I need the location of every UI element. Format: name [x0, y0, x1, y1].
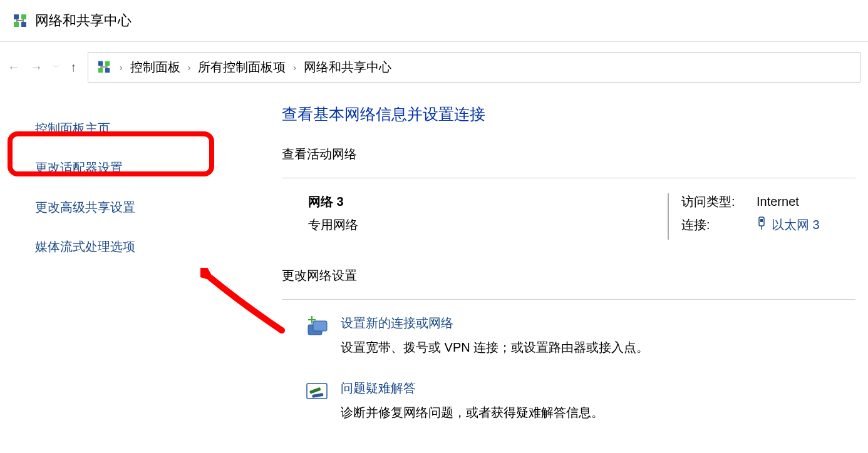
svg-rect-13 [101, 66, 108, 68]
access-type-value: Internet [757, 195, 799, 209]
troubleshoot-desc: 诊断并修复网络问题，或者获得疑难解答信息。 [341, 404, 604, 421]
change-settings-section: 更改网络设置 设置新的连接或网络 设置宽带、拨号或 VPN 连接；或设置路由器或… [282, 267, 855, 421]
svg-rect-6 [16, 20, 24, 21]
breadcrumb[interactable]: › 控制面板 › 所有控制面板项 › 网络和共享中心 [88, 52, 860, 83]
network-center-icon [13, 13, 28, 28]
divider [282, 299, 855, 300]
back-button[interactable]: ← [8, 60, 20, 74]
forward-button[interactable]: → [30, 60, 43, 74]
svg-rect-9 [98, 68, 103, 72]
content-area: 控制面板主页 更改适配器设置 更改高级共享设置 媒体流式处理选项 查看基本网络信… [0, 93, 868, 445]
breadcrumb-item[interactable]: 控制面板 [130, 59, 180, 76]
chevron-right-icon: › [188, 63, 191, 73]
sidebar: 控制面板主页 更改适配器设置 更改高级共享设置 媒体流式处理选项 [0, 93, 225, 445]
navbar: ← → ﹀ ↑ › 控制面板 › 所有控制面板项 › 网络和共享中心 [0, 42, 868, 93]
sidebar-item-home[interactable]: 控制面板主页 [35, 118, 225, 140]
settings-item-setup: 设置新的连接或网络 设置宽带、拨号或 VPN 连接；或设置路由器或接入点。 [304, 315, 855, 356]
settings-item-troubleshoot: 问题疑难解答 诊断并修复网络问题，或者获得疑难解答信息。 [304, 380, 855, 421]
sidebar-item-adapter-settings[interactable]: 更改适配器设置 [35, 157, 225, 179]
ethernet-icon [757, 216, 767, 233]
svg-rect-2 [14, 22, 19, 27]
svg-rect-10 [105, 68, 110, 72]
breadcrumb-item[interactable]: 所有控制面板项 [198, 59, 286, 76]
sidebar-item-media-streaming[interactable]: 媒体流式处理选项 [35, 236, 225, 258]
svg-rect-8 [105, 61, 110, 65]
connection-value: 以太网 3 [772, 216, 820, 233]
connection-link[interactable]: 以太网 3 [757, 216, 820, 233]
setup-connection-desc: 设置宽带、拨号或 VPN 连接；或设置路由器或接入点。 [341, 339, 649, 356]
change-settings-label: 更改网络设置 [282, 267, 855, 284]
page-heading: 查看基本网络信息并设置连接 [282, 104, 855, 125]
troubleshoot-icon [304, 380, 329, 405]
svg-rect-15 [760, 219, 763, 222]
svg-rect-3 [21, 22, 26, 27]
network-block: 网络 3 专用网络 访问类型: Internet 连接: [308, 193, 855, 240]
sidebar-item-advanced-sharing[interactable]: 更改高级共享设置 [35, 196, 225, 218]
network-name: 网络 3 [308, 193, 649, 210]
network-info: 网络 3 专用网络 [308, 193, 668, 240]
network-details: 访问类型: Internet 连接: 以太网 3 [668, 193, 855, 240]
svg-rect-18 [313, 321, 327, 331]
network-type: 专用网络 [308, 216, 649, 233]
active-networks-label: 查看活动网络 [282, 146, 855, 163]
main-panel: 查看基本网络信息并设置连接 查看活动网络 网络 3 专用网络 访问类型: Int… [225, 93, 868, 445]
chevron-right-icon: › [293, 63, 296, 73]
titlebar: 网络和共享中心 [0, 0, 868, 42]
breadcrumb-item[interactable]: 网络和共享中心 [304, 59, 391, 76]
setup-connection-link[interactable]: 设置新的连接或网络 [341, 315, 649, 332]
nav-arrows: ← → ﹀ ↑ [8, 60, 76, 74]
breadcrumb-icon [97, 60, 112, 75]
troubleshoot-link[interactable]: 问题疑难解答 [341, 380, 604, 397]
svg-rect-0 [14, 14, 19, 19]
access-type-label: 访问类型: [681, 193, 757, 210]
svg-rect-1 [21, 14, 26, 19]
svg-rect-20 [308, 319, 316, 320]
connection-label: 连接: [681, 216, 757, 233]
divider [282, 178, 855, 178]
chevron-right-icon: › [120, 63, 123, 73]
setup-connection-icon [304, 315, 329, 340]
history-dropdown-icon[interactable]: ﹀ [53, 62, 60, 73]
svg-rect-7 [98, 61, 103, 65]
up-button[interactable]: ↑ [70, 60, 76, 74]
window-title: 网络和共享中心 [35, 11, 132, 30]
